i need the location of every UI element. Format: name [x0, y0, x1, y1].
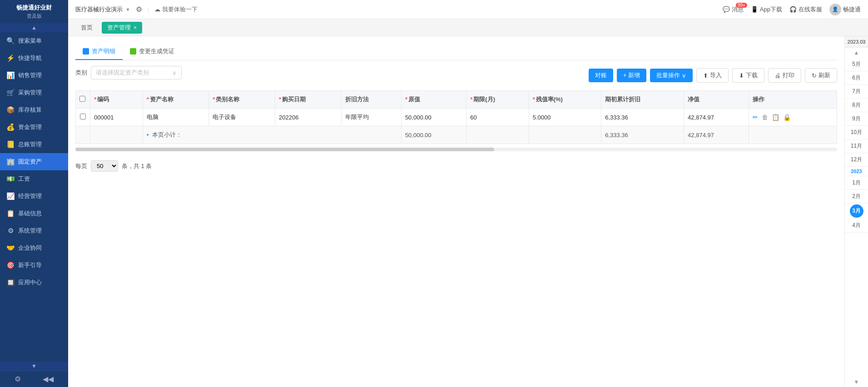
app-download-item[interactable]: 📱 App下载	[751, 5, 782, 14]
category-select[interactable]: 请选择固定资产类别 ∨	[91, 66, 182, 79]
basic-info-icon: 📋	[6, 209, 15, 218]
sidebar-item-purchase[interactable]: 🛒 采购管理	[0, 84, 68, 101]
collapse-sidebar-icon[interactable]: ◀◀	[43, 375, 54, 383]
cal-month-3-current[interactable]: 3月	[850, 204, 863, 218]
sales-icon: 📊	[6, 71, 15, 79]
cal-month-4[interactable]: 4月	[845, 219, 868, 233]
scrollbar-thumb[interactable]	[75, 148, 494, 151]
tabbar: 首页 资产管理 ×	[68, 19, 868, 36]
row-purchase-date: 202206	[275, 109, 342, 126]
table-header-residual-rate: *残值率(%)	[529, 91, 601, 109]
cal-month-8[interactable]: 8月	[845, 99, 868, 112]
lock-icon[interactable]: 🔒	[783, 114, 791, 121]
sidebar-item-label: 搜索菜单	[18, 37, 42, 45]
select-all-checkbox[interactable]	[79, 96, 85, 102]
tab-close-icon[interactable]: ×	[134, 25, 137, 31]
sidebar-item-label: 基础信息	[18, 209, 42, 218]
sub-tab-asset-detail[interactable]: 资产明细	[75, 44, 123, 60]
user-item[interactable]: 👤 畅捷通	[829, 4, 861, 15]
sidebar-item-system[interactable]: ⚙ 系统管理	[0, 222, 68, 239]
toolbar-right: 对账 + 新增 批量操作 ∨ ⬆ 导入 ⬇ 下载 🖨	[589, 68, 837, 83]
sidebar-item-guide[interactable]: 🎯 新手引导	[0, 257, 68, 274]
sidebar-item-operations[interactable]: 📈 经营管理	[0, 188, 68, 205]
print-button[interactable]: 🖨 打印	[768, 68, 801, 83]
cal-month-10[interactable]: 10月	[845, 126, 868, 139]
row-name: 电脑	[143, 109, 209, 126]
sidebar-item-basic-info[interactable]: 📋 基础信息	[0, 205, 68, 222]
export-button[interactable]: ⬆ 导入	[696, 68, 729, 83]
app-center-icon: 🔲	[6, 278, 15, 287]
new-button[interactable]: + 新增	[617, 69, 646, 82]
sidebar-item-sales[interactable]: 📊 销售管理	[0, 67, 68, 84]
reconcile-button[interactable]: 对账	[589, 69, 613, 82]
cal-month-5[interactable]: 5月	[845, 58, 868, 71]
per-page-select[interactable]: 50 100 200	[91, 160, 118, 172]
operations-icon: 📈	[6, 192, 15, 200]
sidebar-item-label: 企业协同	[18, 244, 42, 252]
fund-icon: 💰	[6, 123, 15, 131]
sidebar-item-search[interactable]: 🔍 搜索菜单	[0, 32, 68, 50]
delete-icon[interactable]: 🗑	[762, 114, 768, 121]
cal-month-11[interactable]: 11月	[845, 139, 868, 153]
sidebar-scroll-up[interactable]: ▲	[0, 23, 68, 32]
service-item[interactable]: 🎧 在线客服	[789, 5, 822, 14]
sidebar-item-ledger[interactable]: 📒 总账管理	[0, 136, 68, 153]
calendar-scroll-up[interactable]: ▲	[845, 48, 868, 58]
cal-month-12[interactable]: 12月	[845, 153, 868, 167]
sidebar-item-label: 工资	[18, 175, 30, 183]
sub-tab-change-voucher[interactable]: 变更生成凭证	[123, 44, 182, 60]
sub-tab-change-voucher-label: 变更生成凭证	[139, 47, 174, 55]
sidebar-item-quick-nav[interactable]: ⚡ 快捷导航	[0, 50, 68, 67]
tab-asset-management[interactable]: 资产管理 ×	[102, 22, 142, 34]
guide-icon: 🎯	[6, 261, 15, 269]
sidebar-item-label: 经营管理	[18, 192, 42, 200]
right-panel-toggle[interactable]: ◀	[844, 203, 845, 221]
toolbar: 类别 请选择固定资产类别 ∨ 对账 + 新增 批量操作 ∨ ⬆ 导入	[75, 66, 837, 85]
cal-month-7[interactable]: 7月	[845, 85, 868, 99]
sidebar-item-fixed-assets[interactable]: 🏢 固定资产	[0, 153, 68, 170]
table-header-original-value: *原值	[401, 91, 466, 109]
action-cell: ✏ 🗑 📋 🔒	[753, 114, 833, 121]
sidebar-item-fund[interactable]: 💰 资金管理	[0, 119, 68, 136]
sidebar-item-payroll[interactable]: 💵 工资	[0, 170, 68, 188]
cal-month-1[interactable]: 1月	[845, 176, 868, 190]
topbar-company[interactable]: 医疗器械行业演示 ▼	[75, 5, 130, 14]
calendar-close-icon[interactable]: ×	[863, 38, 866, 45]
download-button[interactable]: ⬇ 下载	[732, 68, 764, 83]
page-content: 资产明细 变更生成凭证 类别 请选择固定资产类别 ∨ 对账	[68, 36, 868, 387]
category-placeholder: 请选择固定资产类别	[96, 69, 149, 77]
sidebar-item-enterprise[interactable]: 🤝 企业协同	[0, 239, 68, 257]
settings-bottom-icon[interactable]: ⚙	[15, 375, 21, 383]
cal-month-9[interactable]: 9月	[845, 112, 868, 126]
calendar-scroll-down[interactable]: ▼	[845, 377, 868, 387]
batch-button[interactable]: 批量操作 ∨	[650, 69, 693, 82]
copy-icon[interactable]: 📋	[772, 114, 779, 121]
row-checkbox-cell	[76, 109, 90, 126]
right-panel: ◀ 2023.03 × ▲ 5月 6月 7月 8月 9月 10月 11月 12月…	[844, 36, 868, 387]
topbar-experience[interactable]: ☁ 我要体验一下	[154, 5, 198, 14]
sidebar-item-app-center[interactable]: 🔲 应用中心	[0, 274, 68, 291]
system-icon: ⚙	[6, 227, 15, 235]
row-residual-rate: 5.0000	[529, 109, 601, 126]
row-initial-depreciation: 6,333.36	[601, 109, 684, 126]
main-content: 医疗器械行业演示 ▼ ⚙ | ☁ 我要体验一下 💬 消息 99+ 📱 App下载…	[68, 0, 868, 387]
row-code: 000001	[90, 109, 143, 126]
row-net-value: 42,874.97	[684, 109, 749, 126]
edit-icon[interactable]: ✏	[753, 114, 758, 121]
sidebar-item-label: 销售管理	[18, 71, 42, 79]
asset-main-content: 资产明细 变更生成凭证 类别 请选择固定资产类别 ∨ 对账	[68, 36, 844, 387]
tab-home[interactable]: 首页	[75, 22, 98, 34]
experience-cloud-icon: ☁	[154, 6, 160, 13]
message-item[interactable]: 💬 消息 99+	[723, 5, 744, 14]
horizontal-scrollbar[interactable]	[75, 148, 837, 151]
sidebar-item-inventory[interactable]: 📦 库存核算	[0, 101, 68, 119]
topbar-gear-icon[interactable]: ⚙	[136, 5, 142, 14]
row-checkbox[interactable]	[80, 114, 86, 119]
cal-month-2[interactable]: 2月	[845, 190, 868, 203]
sidebar-scroll-down[interactable]: ▼	[0, 362, 68, 371]
cal-month-6[interactable]: 6月	[845, 71, 868, 85]
sub-tab-asset-detail-label: 资产明细	[92, 47, 115, 55]
sidebar-logo: 畅捷通好业财 普及版	[0, 0, 68, 23]
refresh-button[interactable]: ↻ 刷新	[805, 68, 837, 83]
avatar: 👤	[829, 4, 841, 15]
